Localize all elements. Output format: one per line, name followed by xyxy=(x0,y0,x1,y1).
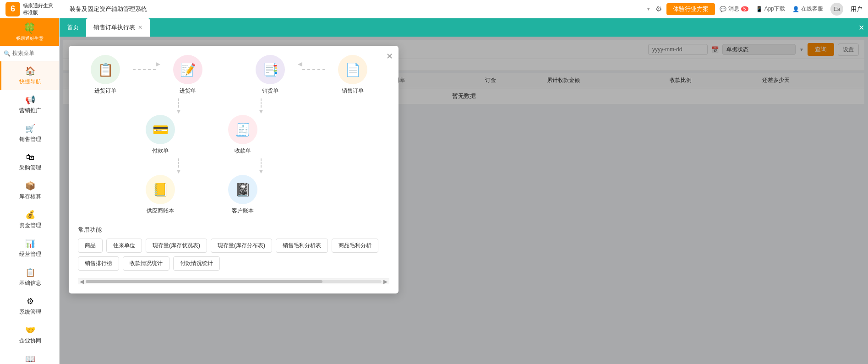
sales-bill-circle[interactable]: 📑 xyxy=(256,55,285,84)
purchase-order-label: 进货订单 xyxy=(94,87,116,95)
logo-char: 6 xyxy=(11,4,15,14)
modal: ✕ 📋 进货订单 xyxy=(69,46,399,293)
finance-icon: 💰 xyxy=(25,210,35,220)
tab-bar-close-icon[interactable]: ✕ xyxy=(858,23,864,32)
logo-area: 6 畅康通好生意 标准版 xyxy=(5,2,65,16)
receipt-bill-circle[interactable]: 🧾 xyxy=(228,115,257,144)
avatar[interactable]: Ea xyxy=(830,3,843,16)
arrow-row-2: ▼ ▼ xyxy=(151,158,389,175)
logo-text: 畅康通好生意 标准版 xyxy=(23,2,53,16)
sidebar-item-inventory[interactable]: 📦 库存核算 xyxy=(0,176,59,205)
payment-bill-circle[interactable]: 💳 xyxy=(146,115,175,144)
message-btn[interactable]: 💬 消息 5 xyxy=(720,5,748,13)
supplier-ledger-icon: 📒 xyxy=(153,182,169,197)
tab-close-icon[interactable]: ✕ xyxy=(138,24,142,31)
sidebar-item-purchase[interactable]: 🛍 采购管理 xyxy=(0,148,59,176)
logo-line1: 畅康通好生意 xyxy=(23,2,53,9)
workflow: 📋 进货订单 ▶ xyxy=(78,55,389,218)
workflow-row-2: 💳 付款单 🧾 收款单 xyxy=(133,115,389,155)
func-btn-stock-dist[interactable]: 现存量(库存分布表) xyxy=(211,239,272,253)
common-functions: 常用功能 商品 往来单位 现存量(库存状况表) 现存量(库存分布表) 销售毛利分… xyxy=(78,226,389,271)
cooperation-label: 企业协同 xyxy=(19,337,41,345)
receipt-bill-icon: 🧾 xyxy=(235,122,251,137)
func-btn-stock-status[interactable]: 现存量(库存状况表) xyxy=(146,239,207,253)
purchase-order-circle[interactable]: 📋 xyxy=(91,55,120,84)
message-badge: 5 xyxy=(741,6,748,11)
func-buttons-row-1: 商品 往来单位 现存量(库存状况表) 现存量(库存分布表) 销售毛利分析表 商品… xyxy=(78,239,389,253)
func-btn-receipt-stat[interactable]: 收款情况统计 xyxy=(123,256,169,271)
sales-icon: 🛒 xyxy=(25,124,35,134)
func-buttons-row-2: 销售排行榜 收款情况统计 付款情况统计 xyxy=(78,256,389,271)
customer-ledger-label: 客户账本 xyxy=(232,207,254,215)
scroll-track[interactable] xyxy=(86,280,382,283)
user-label: 用户 xyxy=(851,5,863,13)
guide-icon: 📖 xyxy=(25,354,35,364)
system-dropdown-icon[interactable]: ▼ xyxy=(646,6,651,11)
tab-home[interactable]: 首页 xyxy=(60,18,86,37)
sales-order-circle[interactable]: 📄 xyxy=(338,55,367,84)
scroll-right-btn[interactable]: ▶ xyxy=(383,278,388,285)
modal-close-btn[interactable]: ✕ xyxy=(386,51,393,61)
customer-ledger-circle[interactable]: 📓 xyxy=(228,175,257,204)
sidebar-item-cooperation[interactable]: 🤝 企业协同 xyxy=(0,321,59,349)
func-btn-sales-rank[interactable]: 销售排行榜 xyxy=(78,256,119,271)
customer-ledger-icon: 📓 xyxy=(235,182,251,197)
sidebar-item-operation[interactable]: 📊 经营管理 xyxy=(0,234,59,263)
top-bar: 6 畅康通好生意 标准版 装备及固定资产辅助管理系统 ▼ ⚙ 体验行业方案 💬 … xyxy=(0,0,868,18)
modal-overlay[interactable]: ✕ 📋 进货订单 xyxy=(60,37,868,364)
sidebar-item-quick-nav[interactable]: 🏠 快捷导航 xyxy=(0,61,59,90)
purchase-label: 采购管理 xyxy=(19,164,41,172)
supplier-ledger-circle[interactable]: 📒 xyxy=(146,175,175,204)
app-download-label: App下载 xyxy=(764,5,785,13)
sidebar-logo-icon: 🍀 xyxy=(23,22,36,34)
node-customer-ledger: 📓 客户账本 xyxy=(215,175,270,215)
top-actions: 💬 消息 5 📱 App下载 👤 在线客服 Ea 用户 xyxy=(720,3,863,16)
arrow-down-pb: ▼ xyxy=(151,98,206,115)
func-btn-partner[interactable]: 往来单位 xyxy=(106,239,142,253)
common-functions-title: 常用功能 xyxy=(78,226,389,234)
sidebar-item-finance[interactable]: 💰 资金管理 xyxy=(0,205,59,234)
workflow-row-1: 📋 进货订单 ▶ xyxy=(78,55,389,95)
quick-nav-label: 快捷导航 xyxy=(19,78,41,86)
settings-icon[interactable]: ⚙ xyxy=(655,5,662,13)
purchase-icon: 🛍 xyxy=(26,152,34,162)
tab-sales-order[interactable]: 销售订单执行表 ✕ xyxy=(86,18,150,37)
func-btn-goods[interactable]: 商品 xyxy=(78,239,103,253)
finance-label: 资金管理 xyxy=(19,222,41,229)
sidebar-item-guide[interactable]: 📖 新手引导 xyxy=(0,349,59,364)
tab-home-label: 首页 xyxy=(67,23,79,32)
node-purchase-bill: 📝 进货单 xyxy=(160,55,215,95)
scroll-bar-area: ◀ ▶ xyxy=(78,278,389,284)
app-download-btn[interactable]: 📱 App下载 xyxy=(756,5,785,13)
message-label: 消息 xyxy=(728,5,739,13)
node-purchase-order: 📋 进货订单 xyxy=(78,55,133,95)
logo-line2: 标准版 xyxy=(23,9,53,16)
sales-label: 销售管理 xyxy=(19,136,41,143)
sidebar-item-marketing[interactable]: 📢 营销推广 xyxy=(0,90,59,119)
func-btn-goods-profit[interactable]: 商品毛利分析 xyxy=(332,239,378,253)
workflow-row-3: 📒 供应商账本 📓 客户账本 xyxy=(133,175,389,215)
tab-sales-order-label: 销售订单执行表 xyxy=(93,23,135,32)
scroll-left-btn[interactable]: ◀ xyxy=(80,278,84,285)
sidebar-search[interactable]: 🔍 搜索菜单 xyxy=(0,46,59,61)
func-btn-payment-stat[interactable]: 付款情况统计 xyxy=(173,256,220,271)
purchase-bill-label: 进货单 xyxy=(180,87,196,95)
arrow-row-1: ▼ ▼ xyxy=(151,98,389,115)
experience-btn[interactable]: 体验行业方案 xyxy=(666,3,715,15)
node-sales-bill: 📑 销货单 xyxy=(243,55,298,95)
system-label: 系统管理 xyxy=(19,308,41,316)
sidebar-item-system[interactable]: ⚙ 系统管理 xyxy=(0,292,59,321)
scroll-thumb[interactable] xyxy=(86,280,322,283)
sidebar: 🍀 畅康通好生意 🔍 搜索菜单 🏠 快捷导航 📢 营销推广 🛒 销售管理 🛍 xyxy=(0,18,60,364)
online-service-btn[interactable]: 👤 在线客服 xyxy=(792,5,823,13)
purchase-bill-icon: 📝 xyxy=(180,62,196,77)
marketing-label: 营销推广 xyxy=(19,107,41,114)
sidebar-item-basic-info[interactable]: 📋 基础信息 xyxy=(0,263,59,292)
sidebar-item-sales[interactable]: 🛒 销售管理 xyxy=(0,119,59,148)
payment-bill-label: 付款单 xyxy=(152,147,169,155)
logo-icon: 6 xyxy=(5,2,20,16)
arrow-po-to-pb: ▶ xyxy=(133,69,160,70)
purchase-bill-circle[interactable]: 📝 xyxy=(173,55,202,84)
content-area: 首页 销售订单执行表 ✕ ✕ ❓ 帮助 🖨 xyxy=(60,18,868,364)
func-btn-sales-profit[interactable]: 销售毛利分析表 xyxy=(276,239,328,253)
